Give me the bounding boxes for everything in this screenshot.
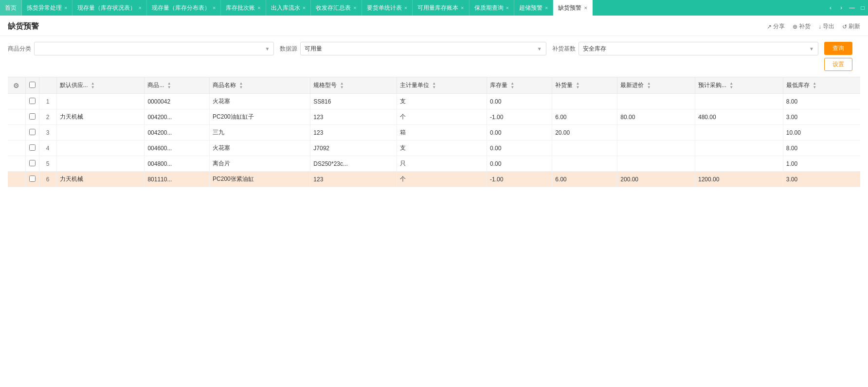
tab-close-exception[interactable]: × [64, 5, 67, 11]
row-stock-qty-cell: 0.00 [487, 125, 552, 141]
tab-close-overstock[interactable]: × [545, 5, 548, 11]
row-checkbox[interactable] [29, 98, 36, 104]
table-body: 10000042火花塞SS816支0.008.002力天机械004200...P… [8, 94, 860, 187]
tab-close-inout-flow[interactable]: × [303, 5, 306, 11]
data-table: ⚙ 默认供应... ▲▼ 商品... ▲▼ 商品名称 [8, 77, 860, 187]
tab-maximize-btn[interactable]: □ [857, 4, 868, 11]
select-all-checkbox[interactable] [29, 82, 36, 88]
settings-button[interactable]: 设置 [824, 58, 852, 71]
tab-batch-account[interactable]: 库存批次账 × [221, 0, 266, 16]
row-check-cell[interactable] [25, 156, 39, 172]
replenish-base-filter-select[interactable]: 安全库存 ▼ [579, 42, 818, 55]
th-replenish-qty[interactable]: 补货量 ▲▼ [552, 77, 617, 94]
category-filter-group: 商品分类 ▼ [8, 42, 274, 55]
row-check-cell[interactable] [25, 94, 39, 109]
tab-close-recv-summary[interactable]: × [353, 5, 356, 11]
row-spec-cell: SS816 [310, 94, 397, 109]
row-product-name-cell: 火花塞 [210, 94, 310, 109]
tab-order-stats[interactable]: 要货单统计表 × [362, 0, 413, 16]
tab-close-expiry-query[interactable]: × [506, 5, 509, 11]
th-checkbox[interactable] [25, 77, 39, 94]
row-checkbox[interactable] [29, 160, 36, 166]
export-icon: ↓ [818, 23, 821, 30]
replenish-base-filter-group: 补货基数 安全库存 ▼ [552, 42, 818, 55]
tab-overstock[interactable]: 超储预警 × [514, 0, 553, 16]
export-button[interactable]: ↓ 导出 [818, 22, 834, 31]
tab-home[interactable]: 首页 [0, 0, 22, 16]
tab-close-order-stats[interactable]: × [404, 5, 407, 11]
row-num-cell: 2 [39, 109, 56, 125]
th-min-stock-label: 最低库存 [786, 82, 810, 88]
tab-recv-summary[interactable]: 收发存汇总表 × [311, 0, 362, 16]
th-latest-price[interactable]: 最新进价 ▲▼ [617, 77, 695, 94]
row-checkbox[interactable] [29, 113, 36, 120]
th-min-stock[interactable]: 最低库存 ▲▼ [783, 77, 860, 94]
row-supplier-cell: 力天机械 [56, 109, 145, 125]
tab-expiry-query[interactable]: 保质期查询 × [470, 0, 514, 16]
row-unit-cell: 支 [397, 141, 487, 156]
page-title: 缺货预警 [8, 21, 39, 32]
table-row: 4004600...火花塞J7092支0.008.00 [8, 141, 860, 156]
row-replenish-qty-cell: 6.00 [552, 172, 617, 187]
row-product-code-cell: 004600... [145, 141, 210, 156]
tab-inventory-status[interactable]: 现存量（库存状况表） × [72, 0, 146, 16]
th-gear[interactable]: ⚙ [8, 77, 25, 94]
tab-shortage[interactable]: 缺货预警 × [553, 0, 592, 16]
row-replenish-qty-cell [552, 94, 617, 109]
th-product-name[interactable]: 商品名称 ▲▼ [210, 77, 310, 94]
gear-icon[interactable]: ⚙ [13, 82, 19, 89]
th-spec[interactable]: 规格型号 ▲▼ [310, 77, 397, 94]
tab-close-shortage[interactable]: × [584, 5, 587, 11]
row-num-cell: 6 [39, 172, 56, 187]
row-min-stock-cell: 8.00 [783, 141, 860, 156]
th-unit-label: 主计量单位 [400, 82, 429, 88]
sort-icon-product-name: ▲▼ [239, 82, 243, 89]
row-product-name-cell: 三九 [210, 125, 310, 141]
th-unit[interactable]: 主计量单位 ▲▼ [397, 77, 487, 94]
row-product-name-cell: 离合片 [210, 156, 310, 172]
tab-next-btn[interactable]: › [836, 4, 847, 11]
share-button[interactable]: ↗ 分享 [767, 22, 785, 31]
row-product-code-cell: 0000042 [145, 94, 210, 109]
datasource-filter-select[interactable]: 可用量 ▼ [300, 42, 546, 55]
tab-inout-flow[interactable]: 出入库流水 × [266, 0, 311, 16]
row-gear-cell [8, 109, 25, 125]
tab-exception[interactable]: 拣货异常处理 × [22, 0, 72, 16]
tab-close-inventory-dist[interactable]: × [213, 5, 216, 11]
row-checkbox[interactable] [29, 144, 36, 151]
row-supplier-cell [56, 94, 145, 109]
row-est-purchase-cell [695, 156, 783, 172]
category-filter-arrow-icon: ▼ [265, 46, 270, 52]
tab-minimize-btn[interactable]: — [847, 4, 857, 11]
row-supplier-cell [56, 141, 145, 156]
refresh-button[interactable]: ↺ 刷新 [842, 22, 860, 31]
tab-close-available-ledger[interactable]: × [461, 5, 464, 11]
row-checkbox[interactable] [29, 176, 36, 182]
tab-close-batch-account[interactable]: × [257, 5, 260, 11]
th-est-purchase[interactable]: 预计采购... ▲▼ [695, 77, 783, 94]
category-filter-select[interactable]: ▼ [34, 42, 274, 55]
row-check-cell[interactable] [25, 109, 39, 125]
row-check-cell[interactable] [25, 125, 39, 141]
table-header-row: ⚙ 默认供应... ▲▼ 商品... ▲▼ 商品名称 [8, 77, 860, 94]
tab-close-inventory-status[interactable]: × [138, 5, 141, 11]
tab-prev-btn[interactable]: ‹ [825, 4, 836, 11]
th-product-code[interactable]: 商品... ▲▼ [145, 77, 210, 94]
tab-available-ledger[interactable]: 可用量库存账本 × [413, 0, 469, 16]
row-checkbox[interactable] [29, 129, 36, 135]
th-default-supplier[interactable]: 默认供应... ▲▼ [56, 77, 145, 94]
row-check-cell[interactable] [25, 172, 39, 187]
tab-nav-controls: ‹ › — □ [825, 4, 868, 11]
sort-icon-latest-price: ▲▼ [647, 82, 651, 89]
th-stock-qty[interactable]: 库存量 ▲▼ [487, 77, 552, 94]
row-est-purchase-cell: 1200.00 [695, 172, 783, 187]
row-min-stock-cell: 1.00 [783, 156, 860, 172]
row-check-cell[interactable] [25, 141, 39, 156]
replenish-button[interactable]: ⊕ 补货 [793, 22, 811, 31]
row-replenish-qty-cell [552, 156, 617, 172]
row-product-code-cell: 004200... [145, 109, 210, 125]
tab-inventory-dist[interactable]: 现存量（库存分布表） × [147, 0, 221, 16]
sort-icon-product-code: ▲▼ [167, 82, 171, 89]
row-unit-cell: 支 [397, 94, 487, 109]
query-button[interactable]: 查询 [824, 42, 852, 55]
